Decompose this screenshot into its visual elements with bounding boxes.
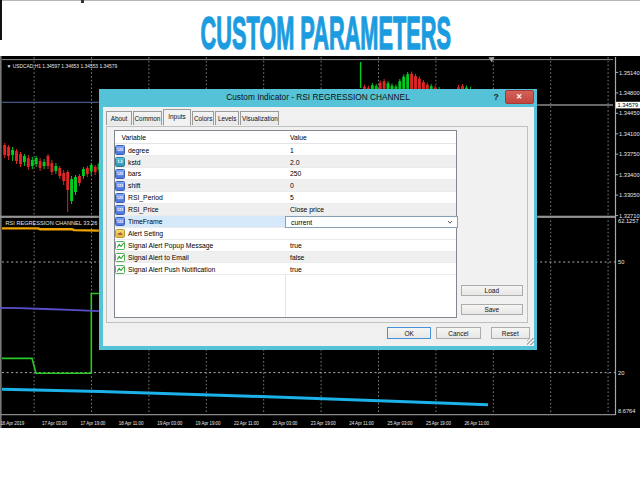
svg-text:8.6764: 8.6764 — [618, 408, 635, 414]
svg-text:25 Apr 03:00: 25 Apr 03:00 — [388, 421, 413, 426]
svg-text:62.1257: 62.1257 — [618, 218, 639, 224]
svg-text:1.34450: 1.34450 — [619, 110, 640, 116]
svg-text:1.33050: 1.33050 — [619, 192, 640, 198]
svg-text:17 Apr 19:00: 17 Apr 19:00 — [80, 421, 105, 426]
svg-text:17 Apr 03:00: 17 Apr 03:00 — [42, 421, 67, 426]
svg-text:1.35140: 1.35140 — [619, 70, 640, 76]
svg-text:20: 20 — [618, 370, 624, 376]
svg-text:18 Apr 11:00: 18 Apr 11:00 — [119, 421, 144, 426]
svg-text:25 Apr 19:00: 25 Apr 19:00 — [426, 421, 451, 426]
svg-text:24 Apr 11:00: 24 Apr 11:00 — [349, 421, 374, 426]
svg-text:19 Apr 03:00: 19 Apr 03:00 — [157, 421, 182, 426]
svg-text:16 Apr 2019: 16 Apr 2019 — [0, 421, 24, 426]
svg-text:22 Apr 11:00: 22 Apr 11:00 — [234, 421, 259, 426]
svg-text:19 Apr 19:00: 19 Apr 19:00 — [196, 421, 221, 426]
svg-text:50: 50 — [618, 259, 624, 265]
svg-text:23 Apr 19:00: 23 Apr 19:00 — [311, 421, 336, 426]
svg-text:26 Apr 11:00: 26 Apr 11:00 — [464, 421, 489, 426]
svg-text:1.34800: 1.34800 — [619, 90, 640, 96]
svg-text:1.33750: 1.33750 — [619, 151, 640, 157]
svg-text:▼ USDCAD,H1 1.34597 1.34653: ▼ USDCAD,H1 1.34597 1.34653 1.34553 1.34… — [7, 64, 118, 69]
svg-text:1.34579: 1.34579 — [618, 102, 639, 108]
svg-text:1.34100: 1.34100 — [619, 131, 640, 137]
svg-text:1.33400: 1.33400 — [619, 172, 640, 178]
svg-text:RSI REGRESSION CHANNEL 33.26: RSI REGRESSION CHANNEL 33.26 — [6, 220, 98, 226]
svg-text:23 Apr 03:00: 23 Apr 03:00 — [272, 421, 297, 426]
